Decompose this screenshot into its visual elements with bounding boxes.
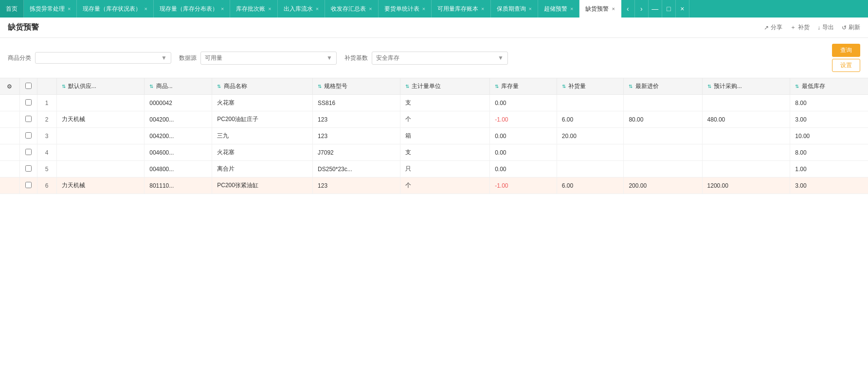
row-replenish: [557, 144, 624, 161]
close-icon[interactable]: ×: [422, 6, 425, 12]
tab-shortage[interactable]: 缺货预警 ×: [579, 0, 621, 18]
row-checkbox[interactable]: [25, 116, 32, 122]
close-icon[interactable]: ×: [316, 6, 319, 12]
select-all-checkbox[interactable]: [25, 83, 32, 89]
row-replenish: 6.00: [557, 177, 624, 194]
window-close[interactable]: ×: [676, 0, 689, 18]
close-icon[interactable]: ×: [529, 6, 532, 12]
tab-recv-summary[interactable]: 收发存汇总表 ×: [325, 0, 378, 18]
category-select[interactable]: ▼: [35, 52, 171, 64]
tab-abnormal-label: 拣货异常处理: [30, 5, 65, 13]
chevron-down-icon: ▼: [498, 54, 504, 61]
tab-stock-dist[interactable]: 现存量（库存分布表） ×: [154, 0, 230, 18]
close-icon[interactable]: ×: [144, 6, 147, 12]
column-supplier[interactable]: ⇅ 默认供应...: [56, 78, 145, 95]
close-icon[interactable]: ×: [570, 6, 573, 12]
row-gear-cell: [0, 95, 19, 111]
column-latest-price[interactable]: ⇅ 最新进价: [624, 78, 702, 95]
nav-next-arrow[interactable]: ›: [635, 0, 649, 18]
row-gear-cell: [0, 128, 19, 144]
replenish-button[interactable]: ＋ 补货: [790, 23, 810, 32]
column-latest-price-label: 最新进价: [635, 83, 659, 89]
close-icon[interactable]: ×: [68, 6, 71, 12]
close-icon[interactable]: ×: [369, 6, 372, 12]
tab-stock-status-label: 现存量（库存状况表）: [83, 5, 141, 13]
share-label: 分享: [771, 23, 782, 32]
column-code[interactable]: ⇅ 商品...: [145, 78, 212, 95]
datasource-select-value: 可用量: [205, 54, 222, 62]
nav-bar: 首页 拣货异常处理 × 现存量（库存状况表） × 现存量（库存分布表） × 库存…: [0, 0, 868, 18]
table-row: 3 004200... 三九 123 箱 0.00 20.00 10.00: [0, 128, 868, 144]
share-button[interactable]: ↗ 分享: [764, 23, 782, 32]
column-stock[interactable]: ⇅ 库存量: [490, 78, 557, 95]
column-gear[interactable]: ⚙: [0, 78, 19, 95]
row-est-purchase: 480.00: [702, 111, 790, 128]
tab-stock-status[interactable]: 现存量（库存状况表） ×: [77, 0, 153, 18]
row-check-cell: [19, 144, 37, 161]
row-checkbox[interactable]: [25, 182, 32, 188]
query-button[interactable]: 查询: [832, 44, 860, 57]
tab-stock-dist-label: 现存量（库存分布表）: [160, 5, 218, 13]
close-icon[interactable]: ×: [221, 6, 224, 12]
export-label: 导出: [822, 23, 834, 32]
row-replenish: [557, 95, 624, 111]
refresh-button[interactable]: ↺ 刷新: [842, 23, 860, 32]
column-spec[interactable]: ⇅ 规格型号: [313, 78, 400, 95]
tab-overstock[interactable]: 超储预警 ×: [538, 0, 579, 18]
row-checkbox[interactable]: [25, 99, 32, 106]
tab-stock-batch-label: 库存批次账: [236, 5, 265, 13]
column-min-stock[interactable]: ⇅ 最低库存: [790, 78, 868, 95]
row-num: 1: [37, 95, 56, 111]
replenish-label: 补货: [798, 23, 810, 32]
row-checkbox[interactable]: [25, 149, 32, 155]
nav-prev-arrow[interactable]: ‹: [621, 0, 635, 18]
row-stock: 0.00: [490, 128, 557, 144]
row-spec: SS816: [313, 95, 400, 111]
column-unit[interactable]: ⇅ 主计量单位: [400, 78, 490, 95]
row-est-purchase: [702, 144, 790, 161]
chevron-down-icon: ▼: [161, 54, 167, 61]
tab-req-stat[interactable]: 要货单统计表 ×: [379, 0, 432, 18]
row-supplier: 力天机械: [56, 111, 145, 128]
tab-stock-batch[interactable]: 库存批次账 ×: [230, 0, 277, 18]
close-icon[interactable]: ×: [268, 6, 271, 12]
row-checkbox[interactable]: [25, 132, 32, 139]
column-replenish[interactable]: ⇅ 补货量: [557, 78, 624, 95]
tab-avail-ledger[interactable]: 可用量库存账本 ×: [432, 0, 490, 18]
row-latest-price: 200.00: [624, 177, 702, 194]
sort-icon: ⇅: [62, 84, 66, 89]
table-row: 4 004600... 火花塞 J7092 支 0.00 8.00: [0, 144, 868, 161]
column-est-purchase[interactable]: ⇅ 预计采购...: [702, 78, 790, 95]
row-name: PC200张紧油缸: [212, 177, 313, 194]
share-icon: ↗: [764, 24, 769, 31]
column-replenish-label: 补货量: [568, 83, 586, 89]
tab-abnormal[interactable]: 拣货异常处理 ×: [24, 0, 77, 18]
row-min-stock: 8.00: [790, 144, 868, 161]
row-code: 004800...: [145, 161, 212, 177]
replenish-base-select[interactable]: 安全库存 ▼: [372, 52, 508, 65]
column-stock-label: 库存量: [501, 83, 519, 89]
window-minimize[interactable]: —: [649, 0, 662, 18]
tab-overstock-label: 超储预警: [544, 5, 567, 13]
tab-expiry[interactable]: 保质期查询 ×: [491, 0, 538, 18]
row-supplier: [56, 144, 145, 161]
table-row: 5 004800... 离合片 DS250*23c... 只 0.00 1.00: [0, 161, 868, 177]
replenish-icon: ＋: [790, 23, 796, 32]
row-est-purchase: [702, 95, 790, 111]
tab-home[interactable]: 首页: [0, 0, 24, 18]
row-min-stock: 10.00: [790, 128, 868, 144]
settings-button[interactable]: 设置: [832, 59, 860, 72]
export-button[interactable]: ↓ 导出: [817, 23, 834, 32]
close-icon[interactable]: ×: [612, 6, 615, 12]
row-num: 2: [37, 111, 56, 128]
column-name[interactable]: ⇅ 商品名称: [212, 78, 313, 95]
close-icon[interactable]: ×: [481, 6, 484, 12]
datasource-select[interactable]: 可用量 ▼: [200, 52, 337, 65]
row-gear-cell: [0, 111, 19, 128]
row-supplier: [56, 128, 145, 144]
table-body: 1 0000042 火花塞 SS816 支 0.00 8.00 2 力天机械 0…: [0, 95, 868, 194]
row-est-purchase: 1200.00: [702, 177, 790, 194]
row-checkbox[interactable]: [25, 165, 32, 172]
window-maximize[interactable]: □: [662, 0, 676, 18]
tab-inout-flow[interactable]: 出入库流水 ×: [278, 0, 325, 18]
